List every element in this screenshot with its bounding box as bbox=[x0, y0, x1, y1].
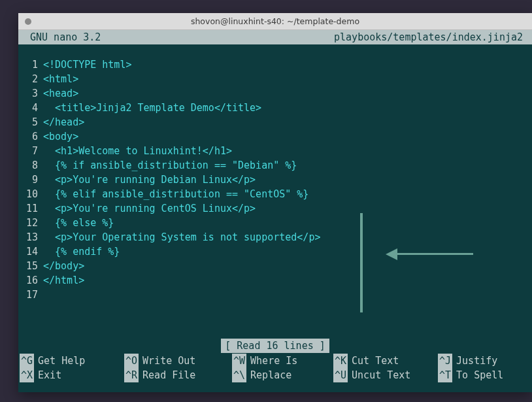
code-text: <p>You're running CentOS Linux</p> bbox=[43, 201, 256, 216]
line-number: 9 bbox=[18, 173, 43, 187]
code-line[interactable]: 17 bbox=[18, 288, 532, 302]
code-line[interactable]: 12 {% else %} bbox=[18, 216, 532, 230]
shortcut-item[interactable]: ^XExit bbox=[18, 368, 123, 382]
line-number: 17 bbox=[18, 288, 43, 302]
shortcut-bar: ^GGet Help^OWrite Out^WWhere Is^KCut Tex… bbox=[18, 353, 532, 382]
shortcut-label: Justify bbox=[452, 354, 497, 368]
code-line[interactable]: 15</body> bbox=[18, 259, 532, 273]
status-line: [ Read 16 lines ] bbox=[18, 339, 532, 353]
shortcut-key: ^R bbox=[124, 368, 139, 382]
code-line[interactable]: 7 <h1>Welcome to Linuxhint!</h1> bbox=[18, 144, 532, 158]
code-text: </html> bbox=[43, 273, 84, 288]
shortcut-key: ^G bbox=[20, 354, 34, 368]
code-line[interactable]: 13 <p>Your Operating System is not suppo… bbox=[18, 230, 532, 244]
nano-app-name: GNU nano 3.2 bbox=[18, 30, 101, 44]
shortcut-label: Get Help bbox=[34, 354, 85, 368]
line-number: 2 bbox=[18, 72, 43, 86]
nano-filename: playbooks/templates/index.jinja2 bbox=[334, 30, 532, 44]
code-text: </body> bbox=[43, 259, 84, 273]
code-text: <title>Jinja2 Template Demo</title> bbox=[43, 101, 261, 115]
line-number: 6 bbox=[18, 129, 43, 144]
code-text: </head> bbox=[43, 115, 84, 129]
code-text: <!DOCTYPE html> bbox=[43, 58, 131, 72]
shortcut-item[interactable]: ^RRead File bbox=[123, 368, 231, 382]
editor-area[interactable]: 1<!DOCTYPE html>2<html>3<head>4 <title>J… bbox=[18, 44, 532, 332]
line-number: 15 bbox=[18, 259, 43, 273]
status-text: [ Read 16 lines ] bbox=[221, 339, 329, 353]
line-number: 16 bbox=[18, 273, 43, 288]
shortcut-label: Replace bbox=[246, 368, 291, 382]
line-number: 3 bbox=[18, 86, 43, 101]
code-line[interactable]: 8 {% if ansible_distribution == "Debian"… bbox=[18, 158, 532, 173]
code-text: <p>Your Operating System is not supporte… bbox=[43, 230, 320, 244]
shortcut-key: ^K bbox=[333, 354, 348, 368]
shortcut-item[interactable]: ^GGet Help bbox=[18, 354, 123, 368]
window-titlebar[interactable]: shovon@linuxhint-s40: ~/template-demo bbox=[18, 13, 532, 30]
code-line[interactable]: 11 <p>You're running CentOS Linux</p> bbox=[18, 201, 532, 216]
line-number: 14 bbox=[18, 244, 43, 259]
shortcut-key: ^U bbox=[333, 368, 348, 382]
line-number: 8 bbox=[18, 158, 43, 173]
line-number: 13 bbox=[18, 230, 43, 244]
code-text: <html> bbox=[43, 72, 78, 86]
code-line[interactable]: 6<body> bbox=[18, 129, 532, 144]
line-number: 11 bbox=[18, 201, 43, 216]
code-text: <body> bbox=[43, 129, 78, 144]
shortcut-label: Uncut Text bbox=[348, 368, 410, 382]
code-text: {% endif %} bbox=[43, 244, 120, 259]
shortcut-key: ^O bbox=[124, 354, 139, 368]
annotation-arrow-icon bbox=[386, 247, 474, 260]
shortcut-key: ^T bbox=[438, 368, 452, 382]
code-line[interactable]: 1<!DOCTYPE html> bbox=[18, 58, 532, 72]
code-text: <p>You're running Debian Linux</p> bbox=[43, 173, 256, 187]
shortcut-label: Write Out bbox=[139, 354, 195, 368]
shortcut-label: To Spell bbox=[452, 368, 503, 382]
code-line[interactable]: 2<html> bbox=[18, 72, 532, 86]
shortcut-key: ^X bbox=[20, 368, 34, 382]
code-text: {% if ansible_distribution == "Debian" %… bbox=[43, 158, 297, 173]
window-control-icon[interactable] bbox=[25, 18, 31, 25]
code-text: {% elif ansible_distribution == "CentOS"… bbox=[43, 187, 308, 201]
code-line[interactable]: 9 <p>You're running Debian Linux</p> bbox=[18, 173, 532, 187]
shortcut-item[interactable]: ^TTo Spell bbox=[437, 368, 528, 382]
code-line[interactable]: 5</head> bbox=[18, 115, 532, 129]
shortcut-item[interactable]: ^OWrite Out bbox=[123, 354, 231, 368]
annotation-bracket bbox=[360, 213, 363, 312]
shortcut-label: Exit bbox=[34, 368, 61, 382]
line-number: 10 bbox=[18, 187, 43, 201]
shortcut-item[interactable]: ^UUncut Text bbox=[332, 368, 437, 382]
line-number: 7 bbox=[18, 144, 43, 158]
code-line[interactable]: 10 {% elif ansible_distribution == "Cent… bbox=[18, 187, 532, 201]
line-number: 4 bbox=[18, 101, 43, 115]
line-number: 12 bbox=[18, 216, 43, 230]
shortcut-key: ^W bbox=[232, 354, 246, 368]
shortcut-key: ^\ bbox=[232, 368, 246, 382]
code-line[interactable]: 4 <title>Jinja2 Template Demo</title> bbox=[18, 101, 532, 115]
shortcut-key: ^J bbox=[438, 354, 452, 368]
code-text: {% else %} bbox=[43, 216, 114, 230]
code-text: <h1>Welcome to Linuxhint!</h1> bbox=[43, 144, 232, 158]
line-number: 1 bbox=[18, 58, 43, 72]
terminal-window: shovon@linuxhint-s40: ~/template-demo GN… bbox=[18, 13, 532, 392]
shortcut-label: Read File bbox=[139, 368, 195, 382]
line-number: 5 bbox=[18, 115, 43, 129]
code-line[interactable]: 3<head> bbox=[18, 86, 532, 101]
shortcut-item[interactable]: ^KCut Text bbox=[332, 354, 437, 368]
shortcut-label: Where Is bbox=[246, 354, 297, 368]
shortcut-item[interactable]: ^WWhere Is bbox=[231, 354, 332, 368]
shortcut-label: Cut Text bbox=[348, 354, 399, 368]
window-title: shovon@linuxhint-s40: ~/template-demo bbox=[191, 16, 359, 26]
shortcut-item[interactable]: ^JJustify bbox=[437, 354, 528, 368]
code-text: <head> bbox=[43, 86, 78, 101]
shortcut-item[interactable]: ^\Replace bbox=[231, 368, 332, 382]
nano-header: GNU nano 3.2 playbooks/templates/index.j… bbox=[18, 30, 532, 44]
code-line[interactable]: 16</html> bbox=[18, 273, 532, 288]
